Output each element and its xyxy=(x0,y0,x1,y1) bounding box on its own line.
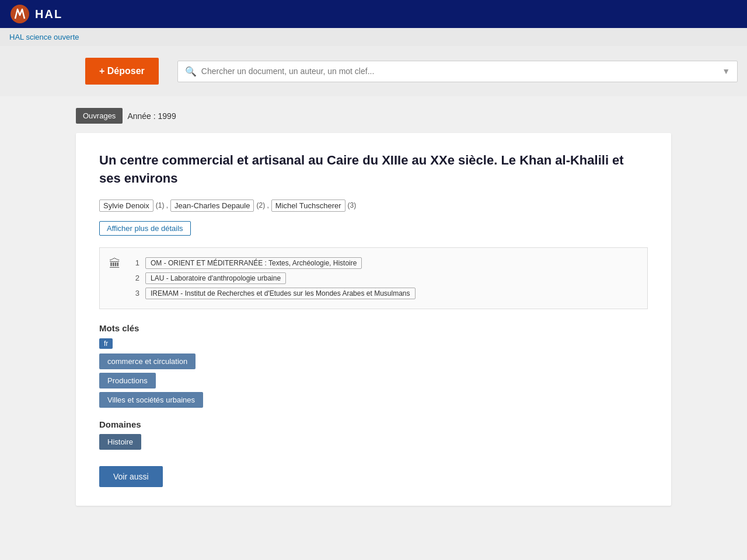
author-tag-1[interactable]: Sylvie Denoix xyxy=(99,200,153,212)
domain-tag-1[interactable]: Histoire xyxy=(99,434,141,450)
filter-bar: Ouvrages Année : 1999 xyxy=(76,108,671,124)
logo-text: HAL xyxy=(35,8,62,21)
breadcrumb-link[interactable]: HAL science ouverte xyxy=(9,33,79,41)
affiliation-row-3: 3 IREMAM - Institut de Recherches et d'E… xyxy=(130,288,638,299)
keywords-title: Mots clés xyxy=(99,323,648,333)
toolbar: + Déposer 🔍 ▼ xyxy=(0,46,747,96)
type-filter-tag[interactable]: Ouvrages xyxy=(76,108,123,124)
details-link[interactable]: Afficher plus de détails xyxy=(99,221,191,236)
bottom-button[interactable]: Voir aussi xyxy=(99,466,163,487)
author-num-3: (3) xyxy=(348,201,357,209)
search-icon: 🔍 xyxy=(185,66,197,77)
affil-tag-2[interactable]: LAU - Laboratoire d'anthropologie urbain… xyxy=(145,272,286,284)
authors-list: Sylvie Denoix (1) , Jean-Charles Depaule… xyxy=(99,200,648,212)
affil-tag-1[interactable]: OM - ORIENT ET MÉDITERRANÉE : Textes, Ar… xyxy=(145,257,362,269)
bottom-area: Voir aussi xyxy=(99,461,648,487)
affiliation-row-2: 2 LAU - Laboratoire d'anthropologie urba… xyxy=(130,272,638,284)
deposit-button[interactable]: + Déposer xyxy=(85,58,159,85)
keyword-tag-1[interactable]: commerce et circulation xyxy=(99,354,196,369)
hal-logo-icon xyxy=(9,4,30,24)
author-num-1: (1) , xyxy=(156,201,168,209)
keyword-tag-3[interactable]: Villes et sociétés urbaines xyxy=(99,392,203,408)
search-bar[interactable]: 🔍 ▼ xyxy=(177,61,738,82)
affil-num-1: 1 xyxy=(130,258,139,267)
year-filter-label: Année : 1999 xyxy=(127,111,176,121)
deposit-area: + Déposer xyxy=(85,58,159,85)
document-card: Un centre commercial et artisanal au Cai… xyxy=(76,133,671,506)
author-tag-2[interactable]: Jean-Charles Depaule xyxy=(170,200,254,212)
affil-tag-3[interactable]: IREMAM - Institut de Recherches et d'Etu… xyxy=(145,288,416,299)
chevron-down-icon: ▼ xyxy=(722,66,730,76)
building-icon: 🏛 xyxy=(109,257,121,271)
affiliation-row-1: 1 OM - ORIENT ET MÉDITERRANÉE : Textes, … xyxy=(130,257,638,269)
author-num-2: (2) , xyxy=(256,201,268,209)
lang-badge: fr xyxy=(99,338,113,349)
affil-num-3: 3 xyxy=(130,289,139,298)
keyword-tag-2[interactable]: Productions xyxy=(99,373,156,388)
main-content: Ouvrages Année : 1999 Un centre commerci… xyxy=(0,96,747,527)
author-tag-3[interactable]: Michel Tuchscherer xyxy=(271,200,345,212)
domains-section: Domaines Histoire xyxy=(99,419,648,450)
breadcrumb: HAL science ouverte xyxy=(0,28,747,46)
page-header: HAL xyxy=(0,0,747,28)
domains-title: Domaines xyxy=(99,419,648,429)
keywords-section: Mots clés fr commerce et circulation Pro… xyxy=(99,323,648,408)
affil-num-2: 2 xyxy=(130,274,139,282)
document-title: Un centre commercial et artisanal au Cai… xyxy=(99,152,648,188)
keyword-tags: commerce et circulation Productions Vill… xyxy=(99,354,648,408)
logo[interactable]: HAL xyxy=(9,4,62,24)
affiliations-list: 1 OM - ORIENT ET MÉDITERRANÉE : Textes, … xyxy=(130,257,638,299)
affiliations-box: 🏛 1 OM - ORIENT ET MÉDITERRANÉE : Textes… xyxy=(99,247,648,309)
search-input[interactable] xyxy=(201,66,722,76)
